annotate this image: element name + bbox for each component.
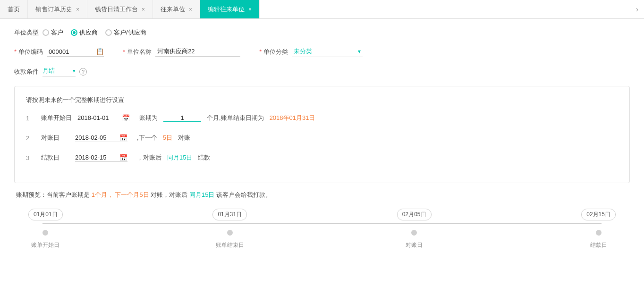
payment-desc-suffix: 结款	[198, 153, 210, 162]
unit-code-input[interactable]	[47, 47, 94, 56]
reconcile-date-field: 📅	[75, 134, 127, 142]
tl-label-1: 01月01日	[28, 209, 63, 220]
radio-customer[interactable]: 客户	[42, 28, 63, 37]
radio-supplier-label: 供应商	[79, 28, 98, 37]
preview-section: 账期预览：当前客户账期是 1个月， 下一个月5日 对账，对账后 同月15日 该客…	[14, 191, 630, 199]
payment-cond-help[interactable]: ?	[79, 68, 87, 76]
box-title: 请按照未来的一个完整帐期进行设置	[26, 96, 618, 104]
tab-sales-history[interactable]: 销售订单历史 ×	[28, 0, 87, 18]
tab-partner-unit[interactable]: 往来单位 ×	[153, 0, 200, 18]
payment-cond-row: 收款条件 月结 ▾ ?	[14, 67, 630, 76]
unit-name-field: * 单位名称	[123, 47, 240, 57]
row-label-1: 账单开始日	[41, 114, 72, 122]
tab-edit-partner-label: 编辑往来单位	[208, 5, 245, 14]
setting-row-1: 1 账单开始日 📅 账期为 个月,账单结束日期为 2018年01月31日	[26, 114, 618, 122]
radio-supplier[interactable]: 供应商	[71, 28, 98, 37]
tab-sales-history-close[interactable]: ×	[76, 6, 79, 13]
payment-cond-label: 收款条件	[14, 68, 39, 76]
unit-code-input-wrap: 📋	[47, 47, 104, 57]
row-num-2: 2	[26, 135, 35, 142]
reconcile-date-calendar[interactable]: 📅	[119, 134, 127, 142]
setting-row-3: 3 结款日 📅 ，对账后 同月15日 结款	[26, 153, 618, 162]
row-label-3: 结款日	[41, 153, 69, 162]
preview-part2: 下一个月5日	[115, 191, 149, 198]
unit-name-star: *	[123, 48, 125, 55]
unit-type-radio-group: 客户 供应商 客户/供应商	[42, 28, 146, 37]
radio-both-circle	[105, 29, 112, 36]
radio-customer-circle	[42, 29, 49, 36]
timeline-point-4: 02月15日 结款日	[581, 209, 616, 249]
period-label: 账期为	[139, 114, 158, 122]
tl-sub-1: 账单开始日	[31, 241, 59, 249]
tab-sales-history-label: 销售订单历史	[35, 5, 72, 14]
main-content: 单位类型 客户 供应商 客户/供应商 * 单位编码	[0, 19, 644, 287]
tab-cash-work-label: 钱货日清工作台	[95, 5, 138, 14]
unit-category-label: 单位分类	[263, 48, 288, 56]
tab-more-button[interactable]: ›	[630, 5, 644, 14]
timeline-point-1: 01月01日 账单开始日	[28, 209, 63, 249]
timeline-wrapper: 01月01日 账单开始日 01月31日 账单结束日 02月05日 对账日 02月…	[14, 209, 630, 268]
timeline-point-2: 01月31日 账单结束日	[212, 209, 247, 249]
unit-category-star: *	[259, 48, 262, 55]
preview-part4: 同月15日	[189, 191, 214, 198]
period-value-input[interactable]	[163, 114, 201, 122]
tl-sub-4: 结款日	[590, 241, 607, 249]
reconcile-highlight: 5日	[163, 134, 172, 142]
unit-category-select[interactable]: 未分类 ▾	[292, 46, 363, 57]
preview-part5: 该客户会给我打款。	[216, 191, 271, 198]
tl-dot-4	[596, 230, 602, 236]
unit-type-label: 单位类型	[14, 28, 39, 37]
radio-customer-label: 客户	[51, 28, 63, 37]
unit-name-label: 单位名称	[127, 48, 152, 56]
preview-part3: 对账，对账后	[151, 191, 187, 198]
unit-code-icon[interactable]: 📋	[96, 48, 104, 55]
tab-edit-partner-close[interactable]: ×	[248, 6, 252, 13]
setting-row-2: 2 对账日 📅 ,下一个 5日 对账	[26, 134, 618, 142]
payment-date-calendar[interactable]: 📅	[119, 154, 127, 161]
tab-partner-unit-label: 往来单位	[161, 5, 185, 14]
code-name-row: * 单位编码 📋 * 单位名称 * 单位分类 未分类 ▾	[14, 46, 630, 57]
settings-box: 请按照未来的一个完整帐期进行设置 1 账单开始日 📅 账期为 个月,账单结束日期…	[14, 86, 630, 183]
tab-cash-work[interactable]: 钱货日清工作台 ×	[87, 0, 153, 18]
start-date-field: 📅	[77, 114, 130, 122]
timeline-points: 01月01日 账单开始日 01月31日 账单结束日 02月05日 对账日 02月…	[28, 209, 616, 249]
tl-dot-3	[411, 230, 417, 236]
reconcile-date-input[interactable]	[75, 134, 118, 141]
timeline-point-3: 02月05日 对账日	[397, 209, 432, 249]
period-unit: 个月,账单结束日期为	[207, 114, 264, 122]
tab-cash-work-close[interactable]: ×	[142, 6, 145, 13]
unit-code-star: *	[14, 48, 17, 55]
payment-date-field: 📅	[75, 154, 127, 162]
unit-name-input[interactable]	[155, 47, 240, 57]
start-date-input[interactable]	[77, 114, 120, 121]
tl-label-4: 02月15日	[581, 209, 616, 220]
tab-home-label: 首页	[8, 5, 20, 14]
preview-label: 账期预览：当前客户账期是	[16, 191, 90, 198]
payment-highlight: 同月15日	[167, 153, 192, 162]
unit-code-field: * 单位编码 📋	[14, 47, 104, 57]
payment-cond-chevron: ▾	[73, 68, 76, 74]
tab-edit-partner[interactable]: 编辑往来单位 ×	[200, 0, 260, 18]
radio-both-label: 客户/供应商	[114, 28, 146, 37]
tl-sub-2: 账单结束日	[216, 241, 244, 249]
tab-home[interactable]: 首页	[0, 0, 28, 18]
tab-partner-unit-close[interactable]: ×	[189, 6, 192, 13]
row-label-2: 对账日	[41, 134, 69, 142]
tl-dot-2	[227, 230, 233, 236]
start-date-calendar[interactable]: 📅	[122, 114, 130, 122]
reconcile-desc-prefix: ,下一个	[137, 134, 157, 142]
radio-both[interactable]: 客户/供应商	[105, 28, 146, 37]
payment-desc-prefix: ，对账后	[137, 153, 161, 162]
tabs-bar: 首页 销售订单历史 × 钱货日清工作台 × 往来单位 × 编辑往来单位 × ›	[0, 0, 644, 19]
tl-label-2: 01月31日	[212, 209, 247, 220]
row-num-3: 3	[26, 154, 35, 161]
payment-date-input[interactable]	[75, 154, 118, 161]
payment-cond-select[interactable]: 月结 ▾	[42, 67, 76, 76]
unit-type-row: 单位类型 客户 供应商 客户/供应商	[14, 28, 630, 37]
row-num-1: 1	[26, 115, 35, 122]
tl-sub-3: 对账日	[406, 241, 423, 249]
payment-cond-value: 月结	[42, 67, 71, 75]
unit-category-field: * 单位分类 未分类 ▾	[259, 46, 363, 57]
radio-supplier-circle	[71, 29, 77, 36]
unit-category-value: 未分类	[294, 47, 354, 56]
